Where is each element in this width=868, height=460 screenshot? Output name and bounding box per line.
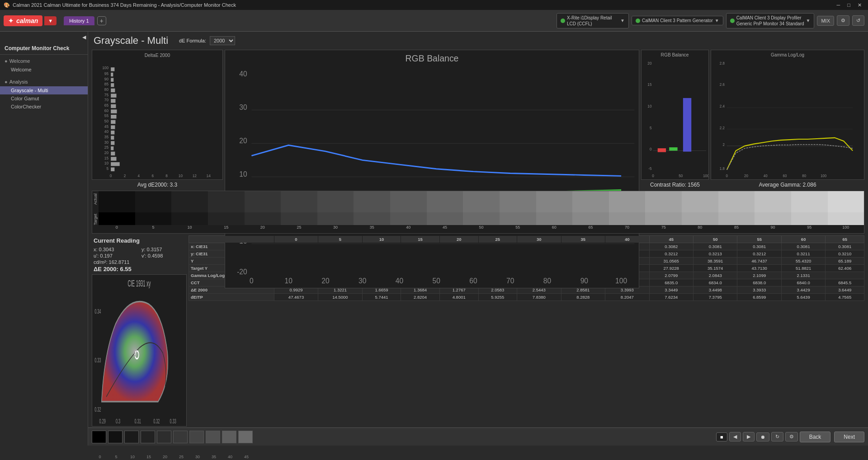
svg-rect-40 [111, 120, 115, 124]
svg-text:20: 20 [744, 174, 748, 178]
svg-rect-34 [111, 89, 115, 92]
svg-text:80: 80 [104, 87, 108, 92]
cie-section: Current Reading x: 0.3043 y: 0.3157 u': … [92, 235, 187, 427]
mix-button[interactable]: MIX [817, 16, 834, 26]
device-arrow-1[interactable]: ▼ [620, 18, 625, 23]
deltaE-chart: DeltaE 2000 100 95 90 85 80 75 70 65 60 … [92, 50, 223, 180]
settings2-button[interactable]: ⚙ [785, 432, 798, 441]
titlebar-controls[interactable]: ─ □ ✕ [834, 1, 864, 9]
page-title: Grayscale - Multi [94, 35, 168, 47]
svg-text:80: 80 [802, 174, 806, 178]
swatch-90 [755, 191, 791, 225]
swatch-label-45: 45 [427, 225, 463, 232]
svg-text:8: 8 [165, 174, 168, 178]
sidebar-toggle[interactable]: ◀ [0, 32, 88, 42]
back-button[interactable]: Back [800, 432, 831, 442]
sidebar-item-grayscale[interactable]: Grayscale - Multi [0, 86, 88, 94]
svg-text:2.4: 2.4 [720, 104, 725, 108]
sidebar-item-colorchecker[interactable]: ColorChecker [0, 103, 88, 111]
cell-x-50: 0.3081 [693, 243, 737, 250]
tab-history1[interactable]: History 1 [64, 16, 94, 25]
device-selector-1[interactable]: X-Rite i1Display Retail LCD (CCFL) ▼ [557, 13, 629, 28]
close-button[interactable]: ✕ [855, 1, 864, 9]
bottom-swatch-35[interactable] [206, 431, 220, 443]
device-arrow-3[interactable]: ▼ [806, 18, 811, 23]
section-label-welcome: Welcome [9, 58, 30, 64]
bottom-swatch-0[interactable] [92, 431, 106, 443]
svg-text:2.6: 2.6 [720, 83, 725, 87]
settings-icon[interactable]: ⚙ [837, 15, 849, 26]
bottom-swatch-25[interactable] [173, 431, 188, 443]
stop-button[interactable]: ■ [716, 432, 727, 441]
device-arrow-2[interactable]: ▼ [715, 18, 719, 23]
de-formula-select[interactable]: 2000199476CMC [210, 36, 235, 45]
svg-text:40: 40 [764, 174, 768, 178]
bottom-swatch-10[interactable] [124, 431, 139, 443]
svg-rect-43 [111, 136, 114, 140]
sidebar-item-color-gamut[interactable]: Color Gamut [0, 94, 88, 103]
section-label-analysis: Analysis [9, 79, 28, 84]
sidebar-section-header-analysis[interactable]: ● Analysis [0, 77, 88, 86]
record-button[interactable]: ⏺ [756, 432, 769, 441]
minimize-button[interactable]: ─ [834, 1, 843, 9]
svg-text:15: 15 [104, 155, 108, 160]
svg-text:20: 20 [239, 137, 247, 145]
svg-text:40: 40 [104, 129, 108, 134]
prev-button[interactable]: ◀ [729, 432, 741, 441]
svg-text:0.32: 0.32 [153, 417, 160, 425]
calman-logo[interactable]: ✦ calman [4, 15, 42, 26]
svg-rect-31 [111, 73, 113, 76]
svg-text:10: 10 [104, 161, 108, 165]
svg-text:45: 45 [104, 124, 108, 128]
device-selector-3[interactable]: CalMAN Client 3 Display Profiler Generic… [726, 13, 815, 28]
svg-text:40: 40 [396, 277, 404, 285]
gamma-section: Gamma Log/Log 2.8 2.6 2.4 2.2 2 1.8 0 20… [711, 50, 864, 190]
sidebar-section-welcome: ● Welcome Welcome [0, 55, 88, 75]
swatch-5 [135, 191, 172, 225]
tab-add-button[interactable]: + [97, 16, 106, 25]
bottom-swatch-15[interactable] [141, 431, 155, 443]
svg-text:75: 75 [104, 93, 108, 97]
svg-text:2.2: 2.2 [720, 126, 725, 130]
sidebar-section-header-welcome[interactable]: ● Welcome [0, 56, 88, 66]
svg-text:20: 20 [647, 61, 651, 66]
svg-rect-44 [111, 141, 114, 145]
bottom-swatch-45[interactable] [238, 431, 253, 443]
titlebar-left: 🎨 Calman 2021 Calman Ultimate for Busine… [4, 2, 236, 8]
bottom-swatch-5[interactable] [108, 431, 123, 443]
loop-button[interactable]: ↻ [771, 432, 783, 441]
svg-text:65: 65 [104, 103, 108, 108]
bottom-swatch-40[interactable] [222, 431, 236, 443]
swatch-label-70: 70 [609, 225, 646, 232]
sidebar-item-welcome[interactable]: Welcome [0, 66, 88, 74]
small-rgb-chart: RGB Balance 20 15 10 5 0 -5 0 50 100 [641, 50, 709, 180]
logo-dropdown[interactable]: ▼ [44, 16, 57, 25]
row-label-deitp: dEITP [189, 294, 274, 301]
bottom-swatch-30[interactable] [189, 431, 204, 443]
device-indicator-1 [561, 19, 565, 23]
next-button[interactable]: Next [834, 432, 864, 442]
play-button[interactable]: ▶ [743, 432, 755, 441]
svg-rect-35 [111, 94, 116, 97]
swatch-label-20: 20 [245, 225, 281, 232]
page-header: Grayscale - Multi dE Formula: 2000199476… [88, 32, 868, 50]
svg-text:12: 12 [193, 174, 197, 178]
svg-rect-49 [111, 168, 114, 171]
device-selector-2[interactable]: CalMAN Client 3 Pattern Generator ▼ [632, 16, 723, 25]
svg-text:1.8: 1.8 [720, 167, 725, 171]
svg-rect-30 [111, 67, 114, 71]
maximize-button[interactable]: □ [844, 1, 853, 9]
svg-text:40: 40 [239, 70, 247, 78]
playback-controls: ■ ◀ ▶ ⏺ ↻ ⚙ [716, 432, 798, 441]
col-header-15: 15 [401, 236, 440, 243]
svg-text:Gamma Log/Log: Gamma Log/Log [771, 52, 804, 57]
svg-text:50: 50 [104, 119, 108, 123]
svg-rect-39 [111, 115, 116, 118]
svg-text:90: 90 [580, 277, 589, 285]
svg-text:15: 15 [647, 82, 651, 87]
bottom-swatch-20[interactable] [157, 431, 171, 443]
swatch-label-0: 0 [99, 225, 135, 232]
refresh-icon[interactable]: ↺ [852, 15, 864, 26]
svg-text:5: 5 [106, 166, 108, 171]
svg-text:6: 6 [151, 174, 154, 178]
